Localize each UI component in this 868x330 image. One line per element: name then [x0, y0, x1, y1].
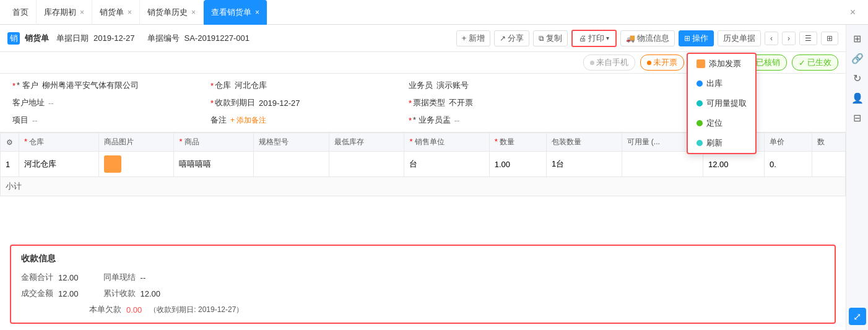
history-btn[interactable]: 历史单据	[718, 30, 761, 46]
staff-field: 业务员 演示账号	[409, 80, 532, 91]
logistics-btn[interactable]: 🚚 物流信息	[620, 30, 675, 46]
address-field: 客户地址 --	[12, 97, 198, 108]
staff-name-field: * * 业务员盂 --	[409, 115, 532, 126]
project-field: 项目 --	[12, 115, 198, 126]
subtotal-label: 小计	[1, 177, 846, 196]
subtotal-row: 小计	[1, 177, 846, 196]
add-invoice-icon	[697, 59, 705, 68]
close-sales-tab[interactable]: ×	[128, 8, 132, 17]
tab-home[interactable]: 首页	[5, 0, 37, 25]
row-stock: 12.00	[703, 152, 765, 177]
table-row: 1 河北仓库 嘻嘻嘻嘻 台 1.00 1台 12.00 0.	[1, 152, 846, 177]
operation-btn[interactable]: ⊞ 操作	[679, 30, 714, 46]
owed-amount-field: 本单欠款 0.00 （收款到期日: 2019-12-27）	[89, 304, 243, 315]
print-btn[interactable]: 🖨 打印 ▾	[574, 31, 614, 46]
pkgqty-col-header: 包装数量	[547, 133, 622, 152]
user-icon-btn[interactable]: 👤	[849, 89, 866, 106]
product-img-thumb	[104, 155, 121, 173]
bottom-info-box: 收款信息 金额合计 12.00 同单现结 -- 成交金额 12.00 累计收款	[10, 245, 836, 324]
tab-view-sales[interactable]: 查看销货单 ×	[204, 0, 267, 25]
bottom-title: 收款信息	[21, 253, 825, 264]
close-history-tab[interactable]: ×	[191, 8, 196, 17]
deal-amount-field: 成交金额 12.00	[21, 288, 79, 299]
open-dot	[647, 61, 651, 65]
doc-icon: 销	[7, 32, 20, 45]
prev-btn[interactable]: ‹	[765, 32, 778, 45]
available-extract-icon	[697, 100, 703, 106]
grid-view-btn[interactable]: ⊞	[821, 32, 838, 45]
amount-col-header: 数	[812, 133, 845, 152]
close-inventory-tab[interactable]: ×	[80, 8, 84, 17]
main-container: 销 销货单 单据日期 2019-12-27 单据编号 SA-20191227-0…	[0, 25, 868, 330]
doc-title-area: 销 销货单	[7, 32, 49, 45]
table-icon-btn[interactable]: ⊟	[849, 109, 866, 126]
expand-icon-btn[interactable]: ⤢	[849, 308, 866, 325]
rotate-icon-btn[interactable]: ↻	[849, 69, 866, 87]
tab-inventory[interactable]: 库存期初 ×	[37, 0, 92, 25]
add-invoice-item[interactable]: 添加发票	[688, 54, 755, 74]
pay-date-field: * 收款到期日 2019-12-27	[210, 97, 396, 108]
next-btn[interactable]: ›	[782, 32, 796, 45]
print-highlight-box: 🖨 打印 ▾	[571, 30, 617, 47]
note-field: 备注 添加备注	[210, 115, 396, 126]
copy-btn[interactable]: ⧉ 复制	[533, 30, 568, 46]
row-amount	[812, 152, 845, 177]
total-received-field: 累计收款 12.00	[103, 288, 161, 299]
row-product-img	[98, 152, 174, 177]
refresh-icon	[697, 140, 703, 146]
phone-dot	[590, 61, 594, 65]
settings-col-header: ⚙	[1, 133, 19, 152]
grid-icon-btn[interactable]: ⊞	[849, 30, 866, 47]
new-btn[interactable]: + 新增	[456, 30, 490, 46]
unit-col-header: * 销售单位	[404, 133, 489, 152]
row-unit: 台	[404, 152, 489, 177]
add-note-btn[interactable]: 添加备注	[230, 115, 266, 126]
same-bill-field: 同单现结 --	[103, 272, 146, 283]
right-sidebar: ⊞ 🔗 ↻ 👤 ⊟ ⤢	[846, 25, 868, 330]
tab-bar: 首页 库存期初 × 销货单 × 销货单历史 × 查看销货单 × ×	[0, 0, 868, 25]
close-window-btn[interactable]: ×	[843, 7, 863, 18]
bottom-row-1: 金额合计 12.00 同单现结 --	[21, 272, 825, 283]
row-available	[622, 152, 703, 177]
warehouse-col-header: * 仓库	[19, 133, 99, 152]
effect-btn[interactable]: ✓ 已生效	[792, 54, 838, 71]
customer-field: * * 客户 柳州粤港平安气体有限公司	[12, 80, 198, 91]
from-phone-btn[interactable]: 来自手机	[583, 54, 635, 71]
tab-sales[interactable]: 销货单 ×	[92, 0, 140, 25]
row-min-stock	[329, 152, 404, 177]
qty-col-header: * 数量	[489, 133, 546, 152]
doc-type-label: 销货单	[25, 33, 49, 44]
outbound-icon	[697, 80, 703, 87]
refresh-item[interactable]: 刷新	[688, 133, 755, 153]
total-amount-field: 金额合计 12.00	[21, 272, 79, 283]
locate-item[interactable]: 定位	[688, 113, 755, 133]
img-col-header: 商品图片	[98, 133, 174, 152]
row-index: 1	[1, 152, 19, 177]
bottom-row-3: 本单欠款 0.00 （收款到期日: 2019-12-27）	[21, 304, 825, 315]
spec-col-header: 规格型号	[254, 133, 329, 152]
minstock-col-header: 最低库存	[329, 133, 404, 152]
list-view-btn[interactable]: ☰	[799, 32, 817, 45]
bottom-row-2: 成交金额 12.00 累计收款 12.00	[21, 288, 825, 299]
close-view-sales-tab[interactable]: ×	[255, 8, 259, 17]
link-icon-btn[interactable]: 🔗	[849, 50, 866, 67]
tab-history[interactable]: 销货单历史 ×	[140, 0, 204, 25]
row-product-name: 嘻嘻嘻嘻	[174, 152, 254, 177]
row-warehouse: 河北仓库	[19, 152, 99, 177]
row-spec	[254, 152, 329, 177]
row-quantity: 1.00	[489, 152, 546, 177]
row-pkg-qty: 1台	[547, 152, 622, 177]
price-col-header: 单价	[765, 133, 812, 152]
warehouse-field: * 仓库 河北仓库	[210, 80, 396, 91]
available-extract-item[interactable]: 可用量提取	[688, 93, 755, 113]
row-price: 0.	[765, 152, 812, 177]
doc-header: 销 销货单 单据日期 2019-12-27 单据编号 SA-20191227-0…	[0, 25, 846, 52]
locate-icon	[697, 120, 703, 126]
not-open-btn[interactable]: 未开票	[640, 54, 684, 71]
toolbar-right: + 新增 ↗ 分享 ⧉ 复制 🖨 打印 ▾	[456, 30, 838, 47]
doc-meta: 单据日期 2019-12-27 单据编号 SA-20191227-001	[56, 33, 250, 44]
share-btn[interactable]: ↗ 分享	[494, 30, 529, 46]
outbound-item[interactable]: 出库	[688, 74, 755, 93]
operation-dropdown: 添加发票 出库 可用量提取 定位 刷新	[687, 53, 757, 154]
product-col-header: * 商品	[174, 133, 254, 152]
